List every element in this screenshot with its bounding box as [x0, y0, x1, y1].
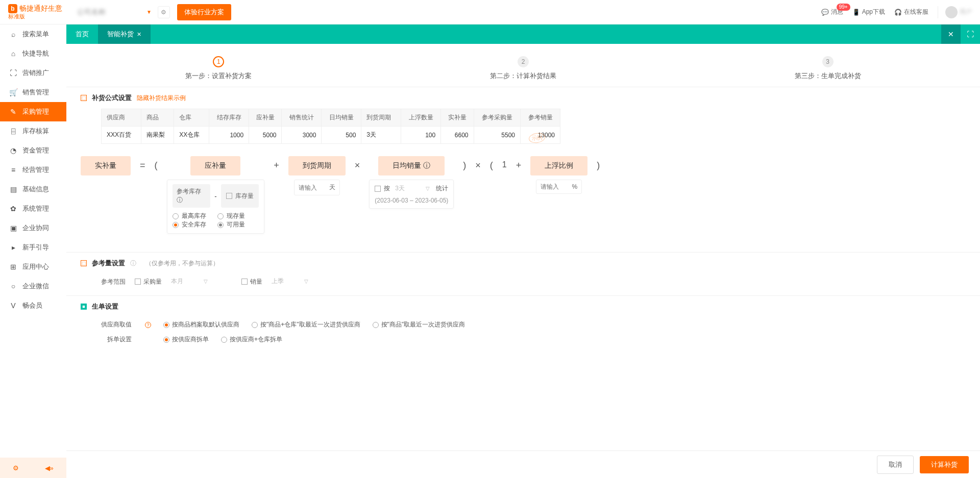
logo-text: 畅捷通好生意: [19, 4, 62, 13]
nav-icon: ⛶: [9, 69, 17, 77]
sidebar-item-0[interactable]: ⌕搜索菜单: [0, 24, 66, 44]
supplier-opt-2[interactable]: 按"商品+仓库"取最近一次进货供应商: [252, 320, 360, 329]
step-2: 2 第二步：计算补货结果: [371, 56, 676, 81]
compute-button[interactable]: 计算补货: [920, 456, 969, 473]
step-1: 1 第一步：设置补货方案: [66, 56, 371, 81]
cancel-button[interactable]: 取消: [877, 456, 914, 474]
logo-icon: b: [8, 4, 17, 13]
nav-icon: ✿: [9, 205, 17, 213]
sidebar-item-9[interactable]: ✿系统管理: [0, 199, 66, 218]
daily-input-group: 按 3天 ▽ 统计 (2023-06-03 – 2023-06-05): [369, 180, 454, 209]
nav-icon: 🛒: [9, 88, 17, 96]
formula-row: 实补量 = ( 应补量 参考库存 ⓘ - 库存量: [81, 148, 966, 246]
purchase-check[interactable]: 采购量: [135, 278, 162, 286]
nav-icon: ≡: [9, 166, 17, 174]
order-section: ■ 生单设置 供应商取值 ? 按商品档案取默认供应商 按"商品+仓库"取最近一次…: [66, 295, 980, 353]
radio-current-stock[interactable]: 现存量: [217, 212, 259, 220]
message-icon: 💬: [821, 9, 829, 16]
header-right: 💬 消息 99+ 📱 App下载 🎧 在线客服 用户: [821, 6, 972, 18]
logo-subtitle: 标准版: [8, 13, 67, 20]
chip-float: 上浮比例: [530, 156, 587, 175]
hide-example-link[interactable]: 隐藏补货结果示例: [137, 94, 186, 103]
sidebar-footer: ⚙ ◀»: [0, 458, 66, 478]
sidebar-item-7[interactable]: ≡经营管理: [0, 160, 66, 180]
nav-icon: ▸: [9, 243, 17, 251]
reference-section: ⬚ 参考量设置 ⓘ （仅参考用，不参与运算） 参考范围 采购量 本月▽ 销量 上…: [66, 252, 980, 295]
sidebar-item-11[interactable]: ▸新手引导: [0, 238, 66, 257]
sidebar-item-5[interactable]: ⌸库存核算: [0, 121, 66, 141]
sidebar-item-label: 新手引导: [22, 243, 49, 252]
sales-check[interactable]: 销量: [241, 278, 262, 286]
chevron-down-icon[interactable]: ▽: [426, 186, 430, 191]
supplier-opt-1[interactable]: 按商品档案取默认供应商: [163, 320, 239, 329]
radio-max-stock[interactable]: 最高库存: [173, 212, 214, 220]
sidebar-item-1[interactable]: ⌂快捷导航: [0, 44, 66, 63]
chevron-down-icon[interactable]: ▼: [146, 9, 152, 15]
collapse-icon[interactable]: ◀»: [45, 464, 54, 472]
close-icon[interactable]: ✕: [137, 31, 141, 38]
nav-icon: ⊞: [9, 263, 17, 271]
nav-icon: ⌂: [9, 49, 17, 58]
chip-arrival: 到货周期: [288, 156, 346, 175]
radio-safe-stock[interactable]: 安全库存: [173, 220, 214, 229]
help-icon[interactable]: ?: [145, 322, 151, 328]
tab-close-all-button[interactable]: ✕: [941, 24, 961, 44]
supplier-opt-3[interactable]: 按"商品"取最近一次进货供应商: [373, 320, 465, 329]
sidebar-item-13[interactable]: ○企业微信: [0, 276, 66, 296]
arrival-input[interactable]: 天: [294, 180, 340, 195]
sidebar: ⌕搜索菜单⌂快捷导航⛶营销推广🛒销售管理✎采购管理⌸库存核算◔资金管理≡经营管理…: [0, 24, 66, 478]
avatar: [945, 6, 958, 18]
nav-icon: V: [9, 301, 17, 310]
tab-bar: 首页 智能补货 ✕ ✕ ⛶: [66, 24, 980, 44]
sidebar-item-label: 资金管理: [22, 146, 49, 155]
nav-icon: ○: [9, 282, 17, 290]
daily-by-check[interactable]: 按 3天 ▽ 统计: [375, 184, 448, 193]
sidebar-item-label: 畅会员: [22, 301, 42, 310]
sidebar-item-label: 快捷导航: [22, 49, 49, 58]
nav-icon: ◔: [9, 146, 17, 155]
sidebar-item-14[interactable]: V畅会员: [0, 296, 66, 315]
sidebar-item-label: 企业微信: [22, 282, 49, 291]
split-opt-1[interactable]: 按供应商拆单: [163, 335, 209, 344]
gear-icon[interactable]: ⚙: [158, 6, 170, 18]
gear-icon[interactable]: ⚙: [13, 464, 19, 472]
sidebar-item-label: 应用中心: [22, 262, 49, 271]
sidebar-item-label: 营销推广: [22, 68, 49, 78]
sidebar-item-label: 基础信息: [22, 185, 49, 194]
radio-available-stock[interactable]: 可用量: [217, 220, 259, 229]
messages-button[interactable]: 💬 消息 99+: [821, 8, 843, 16]
app-download-button[interactable]: 📱 App下载: [852, 8, 885, 16]
sidebar-item-10[interactable]: ▣企业协同: [0, 218, 66, 238]
chip-actual: 实补量: [81, 156, 131, 175]
top-header: b 畅捷通好生意 标准版 公司名称 ▼ ⚙ 体验行业方案 💬 消息 99+ 📱 …: [0, 0, 980, 24]
help-icon[interactable]: ⓘ: [130, 259, 136, 268]
sidebar-item-label: 销售管理: [22, 88, 49, 97]
user-menu[interactable]: 用户: [938, 6, 972, 18]
nav-icon: ▤: [9, 185, 17, 193]
chip-should: 应补量: [190, 156, 240, 175]
sidebar-item-8[interactable]: ▤基础信息: [0, 180, 66, 199]
sidebar-item-2[interactable]: ⛶营销推广: [0, 63, 66, 83]
split-opt-2[interactable]: 按供应商+仓库拆单: [221, 335, 282, 344]
sidebar-item-label: 经营管理: [22, 165, 49, 174]
online-service-button[interactable]: 🎧 在线客服: [894, 8, 928, 16]
sidebar-item-12[interactable]: ⊞应用中心: [0, 257, 66, 276]
nav-icon: ⌸: [9, 127, 17, 135]
fullscreen-icon[interactable]: ⛶: [961, 24, 980, 44]
stock-amount-check[interactable]: 库存量: [221, 184, 259, 208]
company-select[interactable]: 公司名称: [77, 8, 106, 17]
sidebar-item-3[interactable]: 🛒销售管理: [0, 83, 66, 102]
ref-stock-group: 参考库存 ⓘ - 库存量 最高库存 安全库存 现存量: [167, 180, 265, 234]
sales-period-select[interactable]: 上季▽: [272, 277, 308, 286]
phone-icon: 📱: [852, 9, 860, 16]
sidebar-item-4[interactable]: ✎采购管理: [0, 102, 66, 121]
date-range: (2023-06-03 – 2023-06-05): [375, 197, 448, 204]
tab-home[interactable]: 首页: [66, 24, 98, 44]
nav-icon: ▣: [9, 224, 17, 232]
industry-plan-button[interactable]: 体验行业方案: [177, 4, 231, 20]
purchase-period-select[interactable]: 本月▽: [171, 277, 208, 286]
footer-bar: 取消 计算补货: [66, 450, 980, 478]
sidebar-item-6[interactable]: ◔资金管理: [0, 141, 66, 160]
float-input[interactable]: %: [536, 180, 582, 194]
tab-smart-restock[interactable]: 智能补货 ✕: [98, 24, 151, 44]
